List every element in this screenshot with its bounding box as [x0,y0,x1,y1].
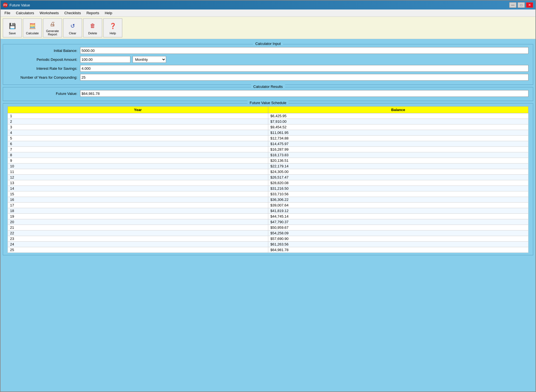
toolbar: 💾 Save 🧮 Calculate 🖨 Generate Report ↺ C… [1,17,535,39]
year-cell: 4 [8,130,268,136]
calculate-label: Calculate [26,32,39,35]
year-cell: 20 [8,219,268,225]
help-icon: ❓ [108,21,118,31]
year-cell: 13 [8,180,268,186]
save-button[interactable]: 💾 Save [3,18,22,37]
calculator-input-legend: Calculator Input [253,42,283,46]
balance-cell: $64,981.78 [268,247,528,253]
app-icon: FV [3,3,8,8]
year-cell: 6 [8,141,268,147]
menu-worksheets[interactable]: Worksheets [37,10,61,16]
title-bar-left: FV Future Value [3,3,30,8]
clear-icon: ↺ [68,21,78,31]
clear-button[interactable]: ↺ Clear [63,18,82,37]
help-button[interactable]: ❓ Help [103,18,122,37]
generate-report-button[interactable]: 🖨 Generate Report [43,18,62,37]
periodic-deposit-label: Periodic Deposit Amount: [8,57,80,62]
menu-reports[interactable]: Reports [84,10,102,16]
year-cell: 11 [8,169,268,175]
calculator-results-section: Calculator Results Future Value: [3,87,533,101]
balance-cell: $50,959.67 [268,225,528,230]
delete-icon: 🗑 [88,21,98,31]
table-row: 20 $47,790.37 [8,219,528,225]
balance-cell: $57,690.90 [268,236,528,242]
menu-help[interactable]: Help [102,10,115,16]
balance-cell: $7,910.00 [268,119,528,124]
periodic-deposit-row: Periodic Deposit Amount: Monthly Weekly … [8,56,528,63]
periodic-deposit-input[interactable] [80,56,130,63]
year-cell: 17 [8,203,268,208]
balance-cell: $24,305.00 [268,169,528,175]
year-cell: 23 [8,236,268,242]
menu-file[interactable]: File [2,10,13,16]
title-controls: — □ ✕ [509,2,533,8]
balance-cell: $39,007.64 [268,203,528,208]
table-row: 16 $36,306.22 [8,197,528,203]
help-label: Help [110,32,116,35]
year-cell: 7 [8,147,268,152]
year-cell: 5 [8,136,268,141]
table-row: 14 $31,216.50 [8,186,528,191]
balance-column-header: Balance [268,107,528,113]
initial-balance-label: Initial Balance: [8,49,80,53]
balance-cell: $41,819.12 [268,208,528,214]
year-cell: 22 [8,230,268,236]
table-row: 3 $9,454.52 [8,124,528,130]
save-label: Save [9,32,16,35]
table-row: 13 $28,820.08 [8,180,528,186]
interest-rate-label: Interest Rate for Savings: [8,66,80,71]
frequency-dropdown[interactable]: Monthly Weekly Bi-Weekly Semi-Monthly Qu… [133,56,166,63]
years-input[interactable] [80,74,528,81]
table-row: 8 $18,173.83 [8,152,528,158]
balance-cell: $18,173.83 [268,152,528,158]
calculate-button[interactable]: 🧮 Calculate [23,18,42,37]
menu-calculators[interactable]: Calculators [13,10,37,16]
balance-cell: $28,820.08 [268,180,528,186]
table-row: 15 $33,710.56 [8,191,528,197]
year-column-header: Year [8,107,268,113]
schedule-table: Year Balance 1 $6,425.95 2 $7,910.00 3 $… [8,106,528,253]
table-row: 4 $11,061.95 [8,130,528,136]
table-row: 22 $54,258.09 [8,230,528,236]
calculator-results-legend: Calculator Results [251,85,285,89]
table-row: 23 $57,690.90 [8,236,528,242]
balance-cell: $9,454.52 [268,124,528,130]
table-row: 17 $39,007.64 [8,203,528,208]
balance-cell: $14,475.97 [268,141,528,147]
balance-cell: $6,425.95 [268,113,528,119]
generate-report-icon: 🖨 [47,20,58,29]
window-title: Future Value [9,3,30,7]
minimize-button[interactable]: — [509,2,516,8]
balance-cell: $54,258.09 [268,230,528,236]
interest-rate-input[interactable] [80,65,528,72]
schedule-legend: Future Value Schedule [247,101,288,105]
initial-balance-row: Initial Balance: [8,47,528,54]
year-cell: 21 [8,225,268,230]
balance-cell: $16,287.99 [268,147,528,152]
year-cell: 18 [8,208,268,214]
year-cell: 2 [8,119,268,124]
main-window: FV Future Value — □ ✕ File Calculators W… [0,0,536,392]
schedule-header-row: Year Balance [8,107,528,113]
menu-checklists[interactable]: Checklists [61,10,83,16]
initial-balance-input[interactable] [80,47,528,54]
balance-cell: $44,745.14 [268,214,528,219]
year-cell: 3 [8,124,268,130]
calculate-icon: 🧮 [27,21,37,31]
year-cell: 25 [8,247,268,253]
schedule-body: 1 $6,425.95 2 $7,910.00 3 $9,454.52 4 $1… [8,113,528,253]
table-row: 5 $12,734.88 [8,136,528,141]
menu-bar: File Calculators Worksheets Checklists R… [1,9,535,17]
save-icon: 💾 [7,21,17,31]
close-button[interactable]: ✕ [526,2,533,8]
years-label: Number of Years for Compounding: [8,75,80,80]
balance-cell: $36,306.22 [268,197,528,203]
table-row: 12 $26,517.47 [8,175,528,180]
delete-button[interactable]: 🗑 Delete [83,18,102,37]
balance-cell: $12,734.88 [268,136,528,141]
future-value-input[interactable] [80,90,528,97]
main-content: Calculator Input Initial Balance: Period… [1,39,535,391]
year-cell: 1 [8,113,268,119]
title-bar: FV Future Value — □ ✕ [1,1,535,9]
maximize-button[interactable]: □ [518,2,525,8]
